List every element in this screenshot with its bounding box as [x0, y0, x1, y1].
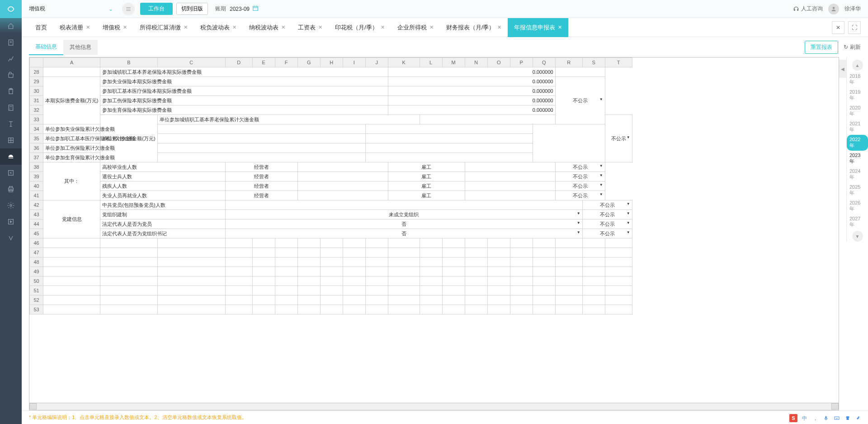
- row-header[interactable]: 31: [30, 96, 43, 105]
- cell[interactable]: [510, 238, 533, 248]
- cell[interactable]: [225, 276, 252, 286]
- cell[interactable]: [582, 295, 605, 305]
- horizontal-scrollbar[interactable]: [29, 403, 839, 410]
- row-header[interactable]: 37: [30, 153, 43, 162]
- cell[interactable]: [343, 238, 365, 248]
- nav-settings-icon[interactable]: [0, 197, 22, 214]
- row-header[interactable]: 30: [30, 86, 43, 96]
- cell[interactable]: [320, 267, 343, 276]
- cell[interactable]: [365, 305, 388, 314]
- row-header[interactable]: 32: [30, 105, 43, 115]
- row-header[interactable]: 36: [30, 143, 43, 153]
- cell[interactable]: 单位参加生育保险累计欠缴金额: [43, 153, 366, 162]
- tab-expand-icon[interactable]: ⛶: [848, 21, 861, 34]
- cell[interactable]: 党组织建制: [100, 210, 225, 219]
- col-header-J[interactable]: J: [365, 58, 388, 67]
- nav-chart-icon[interactable]: [0, 51, 22, 67]
- cell[interactable]: [43, 305, 100, 314]
- year-2027年[interactable]: 2027年: [847, 214, 868, 230]
- cell[interactable]: [420, 248, 442, 257]
- cell[interactable]: [320, 248, 343, 257]
- tab-2[interactable]: 增值税✕: [96, 18, 133, 37]
- tab-0[interactable]: 首页: [29, 18, 53, 37]
- cell[interactable]: [510, 305, 533, 314]
- tab-3[interactable]: 所得税汇算清缴✕: [133, 18, 194, 37]
- row-header[interactable]: 46: [30, 238, 43, 248]
- cell[interactable]: [365, 143, 533, 153]
- cell[interactable]: [555, 305, 582, 314]
- cell[interactable]: 中共党员(包括预备党员)人数: [100, 200, 225, 210]
- cell[interactable]: [297, 257, 320, 267]
- cell[interactable]: [343, 286, 365, 295]
- cell[interactable]: [555, 257, 582, 267]
- cell[interactable]: [252, 276, 275, 286]
- row-header[interactable]: 34: [30, 124, 43, 134]
- cell[interactable]: [225, 200, 582, 210]
- col-header-R[interactable]: R: [555, 58, 582, 67]
- nav-active-icon[interactable]: [0, 148, 22, 165]
- cell[interactable]: [582, 248, 605, 257]
- cell[interactable]: [43, 248, 100, 257]
- tab-4[interactable]: 税负波动表✕: [194, 18, 243, 37]
- cell[interactable]: [388, 276, 420, 286]
- col-header-K[interactable]: K: [388, 58, 420, 67]
- cell[interactable]: [157, 286, 225, 295]
- refresh-button[interactable]: ↻ 刷新: [844, 43, 861, 51]
- cell[interactable]: 法定代表人是否为党员: [100, 219, 225, 229]
- ime-punct-icon[interactable]: ，: [811, 414, 819, 422]
- cell[interactable]: [388, 267, 420, 276]
- cell[interactable]: 未成立党组织: [225, 210, 582, 219]
- cell[interactable]: [100, 248, 157, 257]
- disclosure-select[interactable]: 不公示: [582, 219, 632, 229]
- user-avatar[interactable]: [828, 4, 839, 14]
- disclosure-select[interactable]: 不公示: [582, 200, 632, 210]
- ime-keyboard-icon[interactable]: [833, 414, 841, 422]
- disclosure-select[interactable]: 不公示: [582, 210, 632, 219]
- cell[interactable]: 0.000000: [388, 105, 555, 115]
- cell[interactable]: [442, 267, 465, 276]
- cell[interactable]: [605, 286, 632, 295]
- cell[interactable]: [100, 276, 157, 286]
- tab-5[interactable]: 纳税波动表✕: [243, 18, 292, 37]
- cell[interactable]: [157, 238, 225, 248]
- row-header[interactable]: 33: [30, 115, 43, 124]
- cell[interactable]: [252, 257, 275, 267]
- col-header-D[interactable]: D: [225, 58, 252, 67]
- cell[interactable]: [555, 248, 582, 257]
- year-panel-toggle[interactable]: ◀: [839, 60, 846, 78]
- cell[interactable]: [297, 276, 320, 286]
- ime-s-icon[interactable]: S: [789, 414, 797, 422]
- cell[interactable]: [365, 276, 388, 286]
- cell[interactable]: 经营者: [225, 172, 297, 181]
- cell[interactable]: [297, 162, 388, 172]
- cell[interactable]: [465, 248, 487, 257]
- cell[interactable]: [465, 172, 555, 181]
- col-header-E[interactable]: E: [252, 58, 275, 67]
- cell[interactable]: [442, 276, 465, 286]
- tab-close-icon[interactable]: ✕: [558, 24, 562, 30]
- cell[interactable]: 雇工: [388, 162, 465, 172]
- cell[interactable]: [365, 286, 388, 295]
- tab-close-icon[interactable]: ✕: [381, 24, 385, 30]
- cell[interactable]: [365, 257, 388, 267]
- cell[interactable]: [420, 295, 442, 305]
- cell[interactable]: 否: [225, 219, 582, 229]
- cell[interactable]: [275, 286, 297, 295]
- cell[interactable]: [555, 267, 582, 276]
- col-header-M[interactable]: M: [442, 58, 465, 67]
- cell[interactable]: [365, 238, 388, 248]
- cell[interactable]: [510, 286, 533, 295]
- tab-close-icon[interactable]: ✕: [86, 24, 90, 30]
- row-header[interactable]: 47: [30, 248, 43, 257]
- cell[interactable]: 其中：: [43, 162, 100, 200]
- col-header-L[interactable]: L: [420, 58, 442, 67]
- tab-6[interactable]: 工资表✕: [292, 18, 329, 37]
- row-header[interactable]: 49: [30, 267, 43, 276]
- col-header-C[interactable]: C: [157, 58, 225, 67]
- tab-7[interactable]: 印花税（月/季）✕: [329, 18, 391, 37]
- cell[interactable]: [157, 257, 225, 267]
- cell[interactable]: [510, 267, 533, 276]
- year-down-icon[interactable]: ▼: [852, 231, 863, 242]
- col-header-S[interactable]: S: [582, 58, 605, 67]
- cell[interactable]: [465, 295, 487, 305]
